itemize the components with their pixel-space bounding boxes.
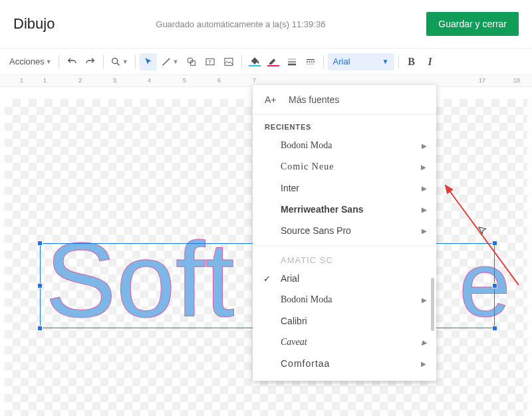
resize-handle-nw[interactable] bbox=[37, 241, 43, 246]
svg-point-0 bbox=[112, 58, 117, 63]
caret-down-icon: ▼ bbox=[122, 58, 128, 65]
cursor-icon bbox=[144, 57, 153, 66]
border-color-button[interactable] bbox=[265, 53, 282, 70]
font-option[interactable]: Caveat▶ bbox=[253, 332, 436, 353]
font-option-label: Comfortaa bbox=[281, 358, 330, 369]
font-option[interactable]: Comfortaa▶ bbox=[253, 353, 436, 374]
font-option[interactable]: Bodoni Moda▶ bbox=[253, 289, 436, 310]
font-dropdown-menu: A+ Más fuentes RECIENTES Bodoni Moda▶Com… bbox=[253, 85, 436, 381]
image-icon bbox=[223, 56, 234, 67]
font-selected-label: Arial bbox=[333, 56, 350, 66]
font-option[interactable]: Calibri bbox=[253, 310, 436, 332]
border-dash-button[interactable] bbox=[302, 53, 319, 70]
font-option-label: Source Sans Pro bbox=[281, 225, 351, 236]
more-fonts-item[interactable]: A+ Más fuentes bbox=[253, 85, 436, 115]
separator bbox=[103, 55, 104, 68]
svg-point-1 bbox=[188, 58, 193, 63]
add-font-icon: A+ bbox=[265, 94, 278, 105]
font-option[interactable]: ✓Arial bbox=[253, 268, 436, 289]
resize-handle-se[interactable] bbox=[492, 326, 497, 331]
italic-button[interactable]: I bbox=[422, 53, 439, 70]
font-family-selector[interactable]: Arial ▼ bbox=[328, 53, 394, 70]
caret-down-icon: ▼ bbox=[382, 58, 389, 65]
resize-handle-sw[interactable] bbox=[37, 326, 43, 331]
line-icon bbox=[161, 56, 172, 67]
font-option[interactable]: Merriweather Sans▶ bbox=[253, 199, 436, 220]
scrollbar-thumb[interactable] bbox=[431, 278, 434, 331]
resize-handle-ne[interactable] bbox=[492, 241, 497, 246]
image-tool[interactable] bbox=[220, 53, 237, 70]
undo-icon bbox=[66, 56, 77, 67]
resize-handle-e[interactable] bbox=[492, 283, 497, 288]
separator bbox=[135, 55, 136, 68]
bold-button[interactable]: B bbox=[403, 53, 420, 70]
mouse-cursor-icon bbox=[476, 225, 489, 239]
svg-rect-5 bbox=[225, 58, 233, 65]
actions-label: Acciones bbox=[9, 56, 45, 66]
check-icon: ✓ bbox=[263, 274, 271, 284]
autosave-status: Guardado automáticamente a la(s) 11:39:3… bbox=[55, 19, 426, 29]
submenu-arrow-icon: ▶ bbox=[422, 339, 427, 346]
separator bbox=[398, 55, 399, 68]
font-option-label: Arial bbox=[281, 273, 299, 284]
font-option-label: Merriweather Sans bbox=[281, 204, 364, 215]
redo-icon bbox=[85, 56, 96, 67]
shape-icon bbox=[186, 56, 197, 67]
more-fonts-label: Más fuentes bbox=[289, 94, 339, 105]
separator bbox=[59, 55, 59, 68]
svg-text:T: T bbox=[208, 59, 211, 65]
font-option-label: Comic Neue bbox=[281, 161, 334, 172]
dialog-header: Dibujo Guardado automáticamente a la(s) … bbox=[0, 0, 532, 49]
recent-fonts-header: RECIENTES bbox=[253, 115, 436, 135]
submenu-arrow-icon: ▶ bbox=[421, 360, 427, 367]
save-and-close-button[interactable]: Guardar y cerrar bbox=[426, 12, 519, 36]
caret-down-icon: ▼ bbox=[173, 58, 179, 65]
line-weight-icon bbox=[287, 56, 297, 67]
border-color-swatch bbox=[267, 65, 279, 66]
pencil-icon bbox=[268, 56, 279, 64]
submenu-arrow-icon: ▶ bbox=[422, 206, 427, 213]
actions-menu[interactable]: Acciones ▼ bbox=[7, 53, 55, 70]
dialog-title: Dibujo bbox=[13, 15, 55, 33]
font-option[interactable]: Source Sans Pro▶ bbox=[253, 220, 436, 241]
redo-button[interactable] bbox=[82, 53, 99, 70]
paint-bucket-icon bbox=[249, 56, 260, 64]
submenu-arrow-icon: ▶ bbox=[422, 227, 427, 235]
submenu-arrow-icon: ▶ bbox=[422, 185, 427, 192]
line-tool[interactable]: ▼ bbox=[158, 53, 182, 70]
font-option-label: Bodoni Moda bbox=[281, 294, 332, 305]
divider bbox=[253, 245, 436, 246]
textbox-icon: T bbox=[205, 56, 215, 67]
undo-button[interactable] bbox=[63, 53, 80, 70]
resize-handle-w[interactable] bbox=[37, 283, 43, 288]
caret-down-icon: ▼ bbox=[46, 58, 52, 65]
separator bbox=[241, 55, 242, 68]
submenu-arrow-icon: ▶ bbox=[421, 163, 427, 171]
font-option[interactable]: Comic Neue▶ bbox=[253, 156, 436, 177]
fill-color-button[interactable] bbox=[246, 53, 263, 70]
amatic-label: AMATIC SC bbox=[253, 250, 436, 268]
zoom-button[interactable]: ▼ bbox=[108, 53, 131, 70]
font-option-label: Bodoni Moda bbox=[281, 140, 332, 151]
border-weight-button[interactable] bbox=[283, 53, 301, 70]
font-option-label: Calibri bbox=[281, 316, 307, 326]
font-option-label: Inter bbox=[281, 183, 299, 193]
submenu-arrow-icon: ▶ bbox=[422, 142, 427, 150]
shape-tool[interactable] bbox=[183, 53, 200, 70]
select-tool[interactable] bbox=[140, 53, 157, 70]
textbox-tool[interactable]: T bbox=[201, 53, 219, 70]
zoom-icon bbox=[110, 56, 121, 67]
toolbar: Acciones ▼ ▼ ▼ T Arial bbox=[0, 49, 532, 75]
font-option[interactable]: Inter▶ bbox=[253, 177, 436, 199]
line-dash-icon bbox=[305, 56, 316, 67]
fill-color-swatch bbox=[249, 65, 261, 66]
font-option[interactable]: Bodoni Moda▶ bbox=[253, 135, 436, 156]
font-option-label: Caveat bbox=[281, 337, 307, 348]
submenu-arrow-icon: ▶ bbox=[422, 296, 427, 304]
separator bbox=[323, 55, 324, 68]
